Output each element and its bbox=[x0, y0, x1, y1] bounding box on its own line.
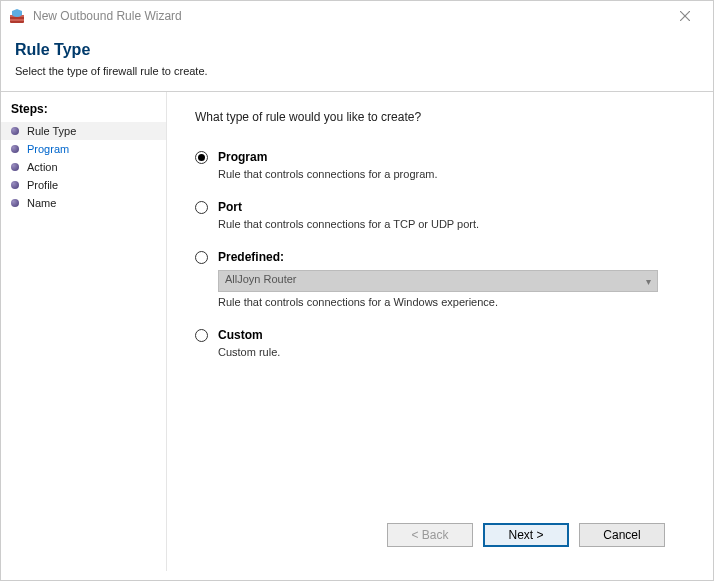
step-profile[interactable]: Profile bbox=[1, 176, 166, 194]
step-rule-type[interactable]: Rule Type bbox=[1, 122, 166, 140]
option-port-label: Port bbox=[218, 200, 242, 214]
steps-sidebar: Steps: Rule Type Program Action Profile … bbox=[1, 92, 167, 571]
option-predefined-desc: Rule that controls connections for a Win… bbox=[218, 296, 685, 308]
predefined-select-value: AllJoyn Router bbox=[225, 273, 297, 285]
option-custom: Custom Custom rule. bbox=[195, 328, 685, 358]
wizard-body: Steps: Rule Type Program Action Profile … bbox=[1, 92, 713, 571]
cancel-button[interactable]: Cancel bbox=[579, 523, 665, 547]
step-bullet-icon bbox=[11, 145, 19, 153]
option-program-label: Program bbox=[218, 150, 267, 164]
option-predefined: Predefined: AllJoyn Router ▾ Rule that c… bbox=[195, 250, 685, 308]
steps-heading: Steps: bbox=[1, 100, 166, 122]
option-program-desc: Rule that controls connections for a pro… bbox=[218, 168, 685, 180]
option-custom-desc: Custom rule. bbox=[218, 346, 685, 358]
step-program[interactable]: Program bbox=[1, 140, 166, 158]
page-subtitle: Select the type of firewall rule to crea… bbox=[15, 65, 699, 77]
step-label: Rule Type bbox=[27, 125, 76, 137]
next-button[interactable]: Next > bbox=[483, 523, 569, 547]
window-title: New Outbound Rule Wizard bbox=[33, 9, 665, 23]
step-bullet-icon bbox=[11, 163, 19, 171]
wizard-header: Rule Type Select the type of firewall ru… bbox=[1, 31, 713, 91]
option-predefined-label: Predefined: bbox=[218, 250, 284, 264]
radio-port[interactable] bbox=[195, 201, 208, 214]
step-name[interactable]: Name bbox=[1, 194, 166, 212]
radio-custom[interactable] bbox=[195, 329, 208, 342]
firewall-icon bbox=[9, 8, 25, 24]
close-button[interactable] bbox=[665, 1, 705, 31]
step-label: Program bbox=[27, 143, 69, 155]
step-bullet-icon bbox=[11, 199, 19, 207]
radio-predefined[interactable] bbox=[195, 251, 208, 264]
rule-type-options: Program Rule that controls connections f… bbox=[195, 150, 685, 513]
step-label: Name bbox=[27, 197, 56, 209]
back-button: < Back bbox=[387, 523, 473, 547]
prompt-text: What type of rule would you like to crea… bbox=[195, 110, 685, 124]
step-label: Profile bbox=[27, 179, 58, 191]
main-panel: What type of rule would you like to crea… bbox=[167, 92, 713, 571]
step-label: Action bbox=[27, 161, 58, 173]
titlebar: New Outbound Rule Wizard bbox=[1, 1, 713, 31]
chevron-down-icon: ▾ bbox=[646, 276, 651, 287]
predefined-select[interactable]: AllJoyn Router ▾ bbox=[218, 270, 658, 292]
step-bullet-icon bbox=[11, 127, 19, 135]
option-port: Port Rule that controls connections for … bbox=[195, 200, 685, 230]
page-title: Rule Type bbox=[15, 41, 699, 59]
option-custom-label: Custom bbox=[218, 328, 263, 342]
option-program: Program Rule that controls connections f… bbox=[195, 150, 685, 180]
step-bullet-icon bbox=[11, 181, 19, 189]
svg-rect-2 bbox=[10, 19, 24, 21]
radio-program[interactable] bbox=[195, 151, 208, 164]
step-action[interactable]: Action bbox=[1, 158, 166, 176]
close-icon bbox=[680, 11, 690, 21]
wizard-footer: < Back Next > Cancel bbox=[195, 513, 685, 561]
option-port-desc: Rule that controls connections for a TCP… bbox=[218, 218, 685, 230]
